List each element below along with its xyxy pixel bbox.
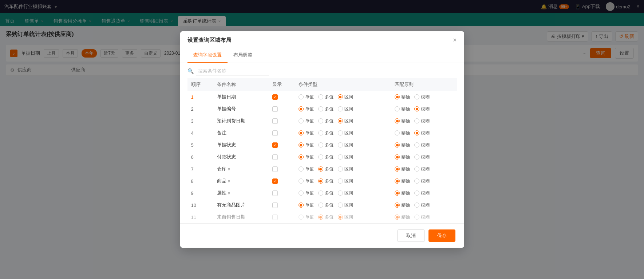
modal-header: 设置查询区域布局 × bbox=[180, 31, 464, 48]
search-input[interactable] bbox=[196, 67, 269, 75]
modal-search-row: 🔍 bbox=[180, 63, 464, 75]
conditions-table: 顺序 条件名称 显示 条件类型 匹配原则 1单据日期单值多值区间精确模糊2单据编… bbox=[187, 78, 457, 80]
modal-tabs: 查询字段设置 布局调整 bbox=[180, 48, 464, 63]
modal-backdrop: 设置查询区域布局 × 查询字段设置 布局调整 🔍 顺序 条件名称 bbox=[0, 0, 644, 80]
search-icon: 🔍 bbox=[187, 68, 194, 74]
modal-dialog: 设置查询区域布局 × 查询字段设置 布局调整 🔍 顺序 条件名称 bbox=[180, 31, 464, 80]
modal-title: 设置查询区域布局 bbox=[187, 37, 231, 44]
th-name: 条件名称 bbox=[213, 78, 269, 80]
modal-tab-query-fields[interactable]: 查询字段设置 bbox=[187, 48, 228, 63]
th-seq: 顺序 bbox=[187, 78, 214, 80]
th-type: 条件类型 bbox=[295, 78, 391, 80]
modal-close-button[interactable]: × bbox=[453, 36, 457, 44]
modal-tab-layout[interactable]: 布局调整 bbox=[228, 48, 258, 63]
th-match: 匹配原则 bbox=[391, 78, 457, 80]
th-show: 显示 bbox=[269, 78, 295, 80]
modal-table-wrap: 顺序 条件名称 显示 条件类型 匹配原则 1单据日期单值多值区间精确模糊2单据编… bbox=[180, 78, 464, 80]
